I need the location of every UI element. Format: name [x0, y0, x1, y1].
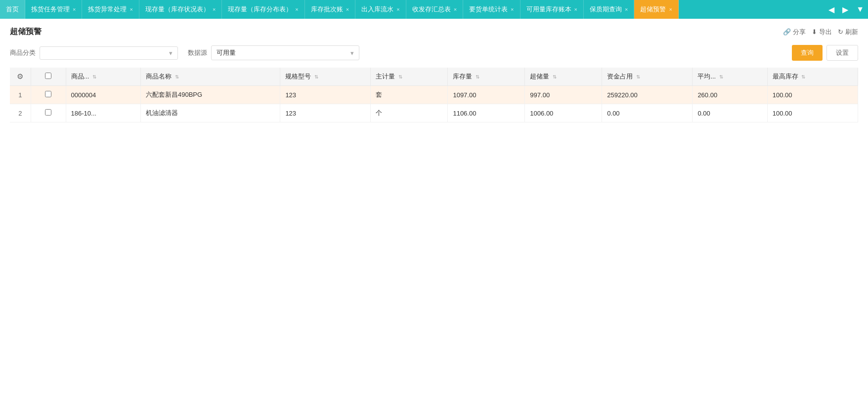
- export-icon: ⬇: [812, 28, 817, 36]
- close-icon[interactable]: ×: [669, 6, 672, 12]
- nav-item-overstock[interactable]: 超储预警 ×: [634, 0, 678, 19]
- nav-item-batch[interactable]: 库存批次账 ×: [305, 0, 355, 19]
- nav-label: 要货单统计表: [469, 5, 508, 14]
- table-header-row: ⚙ 商品... ⇅ 商品名称 ⇅ 规格型号 ⇅ 主计量: [10, 68, 858, 86]
- nav-item-flow[interactable]: 出入库流水 ×: [355, 0, 406, 19]
- row-checkbox[interactable]: [45, 91, 51, 97]
- header-actions: 🔗 分享 ⬇ 导出 ↻ 刷新: [783, 28, 858, 37]
- data-table: ⚙ 商品... ⇅ 商品名称 ⇅ 规格型号 ⇅ 主计量: [10, 68, 858, 122]
- cell-spec: 123: [280, 104, 371, 122]
- nav-item-stock-dist[interactable]: 现存量（库存分布表） ×: [222, 0, 304, 19]
- sort-icon[interactable]: ⇅: [636, 74, 640, 79]
- settings-col-header: ⚙: [10, 68, 31, 86]
- datasource-label: 数据源: [188, 48, 207, 57]
- close-icon[interactable]: ×: [295, 6, 298, 12]
- nav-label: 出入库流水: [361, 5, 393, 14]
- nav-prev-icon[interactable]: ◀: [825, 5, 838, 14]
- nav-item-task-mgmt[interactable]: 拣货任务管理 ×: [25, 0, 82, 19]
- cell-product-code: 186-10...: [66, 104, 140, 122]
- col-over-stock: 超储量 ⇅: [525, 68, 602, 86]
- col-label: 商品...: [71, 73, 89, 80]
- page-header: 超储预警 🔗 分享 ⬇ 导出 ↻ 刷新: [10, 27, 858, 37]
- export-button[interactable]: ⬇ 导出: [812, 28, 832, 37]
- category-label: 商品分类: [10, 48, 36, 57]
- export-label: 导出: [819, 28, 832, 37]
- nav-more-icon[interactable]: ▼: [852, 5, 868, 14]
- refresh-button[interactable]: ↻ 刷新: [838, 28, 858, 37]
- page-title: 超储预警: [10, 27, 42, 37]
- nav-item-exception[interactable]: 拣货异常处理 ×: [82, 0, 139, 19]
- nav-label: 可用量库存账本: [526, 5, 571, 14]
- row-checkbox-cell: [31, 104, 66, 122]
- nav-item-home[interactable]: 首页: [0, 0, 25, 19]
- share-button[interactable]: 🔗 分享: [783, 28, 806, 37]
- settings-button[interactable]: 设置: [826, 45, 858, 61]
- nav-label: 库存批次账: [311, 5, 343, 14]
- query-button[interactable]: 查询: [792, 45, 823, 61]
- col-product-code: 商品... ⇅: [66, 68, 140, 86]
- nav-item-stock-status[interactable]: 现存量（库存状况表） ×: [139, 0, 222, 19]
- chevron-down-icon: ▾: [169, 49, 173, 57]
- nav-next-icon[interactable]: ▶: [838, 5, 852, 14]
- cell-avg: 260.00: [693, 86, 767, 104]
- cell-unit: 套: [371, 86, 448, 104]
- select-all-checkbox[interactable]: [45, 73, 51, 79]
- category-select[interactable]: ▾: [40, 46, 178, 60]
- nav-item-order-stats[interactable]: 要货单统计表 ×: [463, 0, 520, 19]
- page-content: 超储预警 🔗 分享 ⬇ 导出 ↻ 刷新 商品分类 ▾ 数据源: [0, 19, 868, 130]
- cell-avg: 0.00: [693, 104, 767, 122]
- settings-icon[interactable]: ⚙: [17, 72, 23, 80]
- col-max-stock: 最高库存 ⇅: [767, 68, 858, 86]
- nav-label: 保质期查询: [590, 5, 622, 14]
- cell-capital: 259220.00: [602, 86, 693, 104]
- refresh-label: 刷新: [845, 28, 858, 37]
- nav-item-collect[interactable]: 收发存汇总表 ×: [406, 0, 463, 19]
- col-label: 商品名称: [146, 73, 172, 80]
- sort-icon[interactable]: ⇅: [476, 74, 479, 79]
- nav-label: 拣货任务管理: [31, 5, 70, 14]
- nav-item-expiry[interactable]: 保质期查询 ×: [584, 0, 634, 19]
- cell-product-name: 六配套新昌490BPG: [140, 86, 280, 104]
- close-icon[interactable]: ×: [73, 6, 76, 12]
- close-icon[interactable]: ×: [625, 6, 628, 12]
- nav-label: 超储预警: [640, 5, 666, 14]
- close-icon[interactable]: ×: [346, 6, 349, 12]
- cell-max-stock: 100.00: [767, 86, 858, 104]
- share-icon: 🔗: [783, 28, 791, 36]
- sort-icon[interactable]: ⇅: [92, 74, 96, 79]
- cell-stock: 1106.00: [448, 104, 525, 122]
- checkbox-col-header: [31, 68, 66, 86]
- datasource-select[interactable]: 可用量 ▾: [211, 45, 359, 60]
- row-index: 1: [10, 86, 31, 104]
- row-checkbox[interactable]: [45, 109, 51, 116]
- sort-icon[interactable]: ⇅: [553, 74, 557, 79]
- filter-row: 商品分类 ▾ 数据源 可用量 ▾ 查询 设置: [10, 45, 858, 61]
- datasource-value: 可用量: [217, 48, 236, 57]
- nav-label: 收发存汇总表: [412, 5, 451, 14]
- table-body: 1 0000004 六配套新昌490BPG 123 套 1097.00 997.…: [10, 86, 858, 122]
- col-label: 超储量: [530, 73, 549, 80]
- table-header: ⚙ 商品... ⇅ 商品名称 ⇅ 规格型号 ⇅ 主计量: [10, 68, 858, 86]
- cell-product-code: 0000004: [66, 86, 140, 104]
- sort-icon[interactable]: ⇅: [398, 74, 402, 79]
- sort-icon[interactable]: ⇅: [175, 74, 179, 79]
- col-label: 库存量: [453, 73, 472, 80]
- top-navigation: 首页 拣货任务管理 × 拣货异常处理 × 现存量（库存状况表） × 现存量（库存…: [0, 0, 868, 19]
- close-icon[interactable]: ×: [396, 6, 399, 12]
- close-icon[interactable]: ×: [130, 6, 132, 12]
- sort-icon[interactable]: ⇅: [801, 74, 805, 79]
- sort-icon[interactable]: ⇅: [314, 74, 318, 79]
- col-label: 最高库存: [773, 73, 798, 80]
- datasource-filter: 数据源 可用量 ▾: [188, 45, 359, 60]
- close-icon[interactable]: ×: [454, 6, 457, 12]
- close-icon[interactable]: ×: [511, 6, 514, 12]
- filter-actions: 查询 设置: [792, 45, 858, 61]
- cell-product-name: 机油滤清器: [140, 104, 280, 122]
- col-product-name: 商品名称 ⇅: [140, 68, 280, 86]
- close-icon[interactable]: ×: [574, 6, 577, 12]
- close-icon[interactable]: ×: [213, 6, 216, 12]
- cell-capital: 0.00: [602, 104, 693, 122]
- category-filter: 商品分类 ▾: [10, 46, 178, 60]
- sort-icon[interactable]: ⇅: [719, 74, 723, 79]
- nav-item-available-stock[interactable]: 可用量库存账本 ×: [521, 0, 584, 19]
